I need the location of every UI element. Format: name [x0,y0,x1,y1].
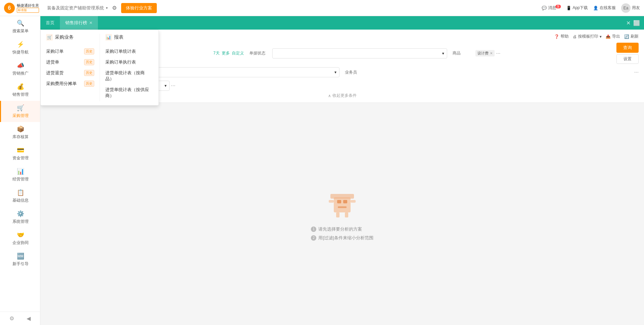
empty-state: 1 请先选择要分析的方案 2 用[过滤]条件来缩小分析范围 [40,103,644,325]
app-download-action[interactable]: 📱 App下载 [566,5,588,11]
sidebar-item-guide[interactable]: 🆕 新手引导 [0,249,40,270]
dropdown-item-purchase-order[interactable]: 采购订单 历史 [46,46,94,57]
sidebar-item-purchase[interactable]: 🛒 采购管理 [0,101,40,122]
salesman-dots[interactable]: ··· [634,69,639,75]
svg-rect-8 [330,194,354,199]
sidebar-item-enterprise[interactable]: 🤝 企业协同 [0,228,40,249]
voucher-status-label: 单据状态 [249,50,270,56]
header-right: 💬 消息 9 📱 App下载 👤 在线客服 Ea 用友 [542,3,640,13]
sales-icon: 💰 [17,83,24,90]
brand-name: 畅捷通好生意 [17,3,39,8]
sidebar-item-inventory[interactable]: 📦 库存核算 [0,122,40,143]
refresh-action[interactable]: 🔄 刷新 [624,34,639,39]
dropdown-purchase-col: 🛒 采购业务 采购订单 历史 进货单 历史 进货退货 历史 [41,34,100,101]
dropdown-item-po-stats[interactable]: 采购订单统计表 [105,46,153,57]
date-shortcuts: 7天 更多 自定义 [213,50,244,56]
tab-home[interactable]: 首页 [40,16,60,30]
shortcut-custom[interactable]: 自定义 [232,50,244,56]
dropdown-purchase-title: 采购业务 [55,34,74,40]
tab-close-icon[interactable]: ✕ [89,21,93,25]
dropdown-item-po-stats-label: 采购订单统计表 [105,48,136,54]
sidebar-label-inventory: 库存核算 [12,134,29,140]
sidebar-label-system: 系统管理 [12,219,29,225]
sidebar-label-purchase: 采购管理 [12,113,29,119]
collapse-button[interactable]: ∧ 收起更多条件 [328,93,357,98]
query-button[interactable]: 查询 [616,43,639,53]
dropdown-menu: 🛒 采购业务 采购订单 历史 进货单 历史 进货退货 历史 [40,30,159,106]
dropdown-item-po-exec[interactable]: 采购订单执行表 [105,57,153,68]
dropdown-purchase-header: 🛒 采购业务 [46,34,94,43]
setting-button[interactable]: 设置 [616,54,639,64]
tab-sales-rank[interactable]: 销售排行榜 ✕ [60,16,98,30]
sidebar-item-quick-nav[interactable]: ⚡ 快捷导航 [0,37,40,58]
online-service-action[interactable]: 👤 在线客服 [593,5,616,11]
dropdown-item-stock-in[interactable]: 进货单 历史 [46,57,94,68]
dropdown-item-stock-by-supplier[interactable]: 进货单统计表（按供应商） [105,84,153,101]
close-window-btn[interactable]: ✕ [626,20,631,26]
export-action[interactable]: 📤 导出 [606,34,620,39]
voucher-status-select[interactable]: ▾ [272,48,448,58]
industry-btn[interactable]: 体验行业方案 [121,3,157,13]
sidebar-item-operations[interactable]: 📊 经营管理 [0,164,40,186]
dropdown-item-stock-by-supplier-label: 进货单统计表（按供应商） [105,87,153,99]
user-label: 用友 [632,5,640,11]
sidebar-item-basic-info[interactable]: 📋 基础信息 [0,186,40,207]
dropdown-item-purchase-expense[interactable]: 采购费用分摊单 历史 [46,78,94,89]
top-header: 6 畅捷通好生意 标准版 装备及固定资产辅助管理系统 ▾ ⚙ 体验行业方案 💬 … [0,0,644,16]
collapse-sidebar-btn[interactable]: ◀ [27,315,31,322]
dropdown-item-stock-return[interactable]: 进货退货 历史 [46,68,94,78]
phone-icon: 📱 [566,6,571,10]
print-chevron: ▾ [600,34,602,39]
sidebar-label-basic-info: 基础信息 [12,198,29,203]
sidebar-item-search[interactable]: 🔍 搜索菜单 [0,16,40,37]
tip-num-2: 2 [311,235,316,241]
inventory-icon: 📦 [17,125,24,133]
svg-rect-5 [351,200,356,203]
svg-rect-7 [345,212,348,217]
message-action[interactable]: 💬 消息 9 [542,5,561,11]
system-title-area: 装备及固定资产辅助管理系统 ▾ ⚙ 体验行业方案 [47,3,539,13]
print-action[interactable]: 🖨 按模板打印 ▾ [573,34,602,39]
brand-badge: 标准版 [17,8,39,13]
product-tag-close[interactable]: ✕ [490,51,493,55]
app-logo-icon: 6 [4,3,15,13]
empty-illustration [322,187,362,221]
product-filter-dots[interactable]: ··· [496,50,500,56]
tab-home-label: 首页 [46,20,55,26]
dropdown-columns: 🛒 采购业务 采购订单 历史 进货单 历史 进货退货 历史 [41,34,158,101]
marketing-icon: 📣 [17,62,24,69]
tip-num-1: 1 [311,227,316,232]
shortcut-more[interactable]: 更多 [222,50,230,56]
sidebar-label-enterprise: 企业协同 [12,240,29,246]
dropdown-item-purchase-expense-label: 采购费用分摊单 [46,81,77,87]
sidebar-item-finance[interactable]: 💳 资金管理 [0,143,40,164]
history-badge-0: 历史 [84,48,94,54]
help-action[interactable]: ❓ 帮助 [554,34,569,39]
message-label: 消息 [548,5,556,11]
sidebar-bottom: ⚙ ◀ [0,312,40,325]
salesman-label: 业务员 [345,70,365,75]
history-badge-2: 历史 [84,70,94,76]
product-label: 商品 [453,50,473,56]
export-icon: 📤 [606,34,611,39]
customer-dots[interactable]: ··· [171,83,175,89]
sidebar-item-sales[interactable]: 💰 销售管理 [0,80,40,101]
maximize-window-btn[interactable]: ⬜ [633,20,640,26]
sidebar-item-marketing[interactable]: 📣 营销推广 [0,58,40,80]
svg-rect-2 [343,200,347,203]
svg-rect-6 [336,212,339,217]
system-title-text: 装备及固定资产辅助管理系统 [47,5,104,11]
sidebar-label-finance: 资金管理 [12,155,29,161]
gear-button[interactable]: ⚙ [110,3,119,13]
settings-bottom-btn[interactable]: ⚙ [9,315,14,322]
chevron-down-icon[interactable]: ▾ [106,6,108,10]
logo-area: 6 畅捷通好生意 标准版 [4,3,44,13]
voucher-status-group: 单据状态 ▾ [249,48,448,58]
shortcut-7days[interactable]: 7天 [213,50,220,56]
quick-nav-icon: ⚡ [17,41,24,48]
dropdown-report-col: 📊 报表 采购订单统计表 采购订单执行表 进货单统计表（按商品） 进货单统计表（… [100,34,159,101]
sidebar-item-system[interactable]: ⚙️ 系统管理 [0,207,40,228]
user-action[interactable]: Ea 用友 [621,3,640,13]
dropdown-item-stock-by-product[interactable]: 进货单统计表（按商品） [105,68,153,84]
product-tag: 设计费 ✕ [475,50,495,56]
